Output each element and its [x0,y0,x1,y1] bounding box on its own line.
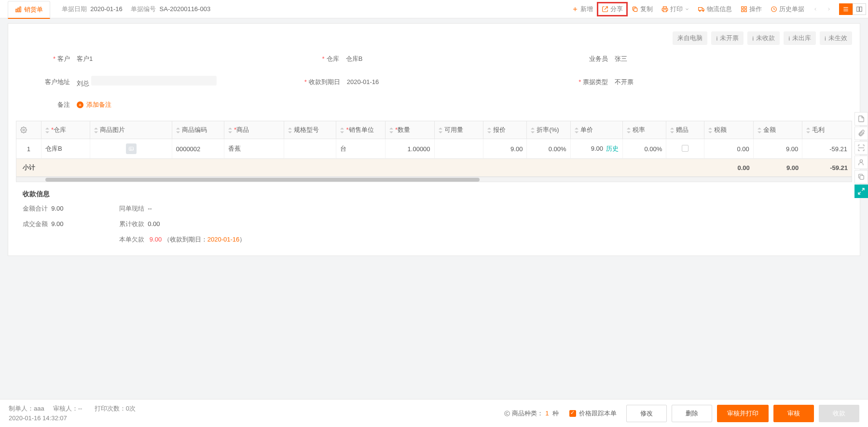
add-remark-button[interactable]: +添加备注 [77,100,111,109]
svg-rect-11 [742,6,744,8]
cell-warehouse[interactable]: 仓库B [41,139,91,159]
cell-spec[interactable] [284,139,336,159]
col-quote[interactable]: 报价 [483,121,527,139]
pill-unshipped: i未出库 [784,31,816,45]
col-product[interactable]: *商品 [224,121,284,139]
info-icon: i [788,35,790,42]
audit-print-button[interactable]: 审核并打印 [717,405,769,422]
topbar: 销货单 单据日期 2020-01-16 单据编号 SA-20200116-003… [0,0,868,18]
cell-image[interactable] [90,139,172,159]
footer-info: 制单人：aaa 审核人：-- 打印次数：0次 2020-01-16 14:32:… [9,404,136,423]
rail-user-button[interactable] [854,156,868,169]
scrollbar-thumb[interactable] [45,178,480,182]
cell-product[interactable]: 香蕉 [224,139,284,159]
image-placeholder-icon [126,143,137,154]
col-gift[interactable]: 赠品 [666,121,704,139]
col-discount[interactable]: 折率(%) [527,121,570,139]
logistics-button[interactable]: 物流信息 [694,3,736,15]
print-label: 打印 [670,5,683,14]
header-form: *客户 客户1 *仓库 仓库B 业务员 张三 客户地址 刘总 *收款到期日 20… [13,51,855,121]
cell-qty[interactable]: 1.00000 [386,139,435,159]
field-remark: 备注 +添加备注 [35,100,295,109]
rail-scan-button[interactable] [854,141,868,155]
deal-label: 成交金额 [23,220,48,228]
copy-button[interactable]: 复制 [628,3,657,15]
price-follow-input[interactable] [569,410,576,417]
horizontal-scrollbar[interactable] [16,177,852,182]
col-warehouse[interactable]: *仓库 [41,121,91,139]
operate-button[interactable]: 操作 [737,3,766,15]
cell-discount[interactable]: 0.00% [527,139,570,159]
new-button[interactable]: 新增 [568,3,597,15]
col-taxrate[interactable]: 税率 [623,121,666,139]
deal-value: 9.00 [51,220,63,228]
footer-bar: 制单人：aaa 审核人：-- 打印次数：0次 2020-01-16 14:32:… [0,399,868,427]
field-customer: *客户 客户1 [35,55,295,63]
duedate-value[interactable]: 2020-01-16 [347,78,379,85]
copy-icon [632,6,638,13]
rail-copy-button[interactable] [854,170,868,184]
col-unit[interactable]: *销售单位 [336,121,386,139]
customer-value[interactable]: 客户1 [77,55,93,63]
svg-rect-13 [742,10,744,12]
cell-price[interactable]: 9.00历史 [571,139,623,159]
price-follow-checkbox[interactable]: 价格跟踪本单 [567,409,617,418]
price-history-link[interactable]: 历史 [606,145,619,152]
delete-button[interactable]: 删除 [672,405,712,422]
col-price[interactable]: 单价 [571,121,623,139]
svg-rect-2 [20,7,21,12]
col-tax[interactable]: 税额 [704,121,754,139]
col-settings[interactable] [16,121,41,139]
audit-button[interactable]: 审核 [773,405,814,422]
pill-inactive: i未生效 [820,31,852,45]
col-profit[interactable]: 毛利 [802,121,852,139]
info-icon: i [752,35,754,42]
col-avail[interactable]: 可用量 [435,121,484,139]
col-code[interactable]: 商品编码 [172,121,224,139]
svg-rect-20 [860,7,862,11]
print-icon [661,6,668,13]
list-view-toggle[interactable] [839,3,853,15]
card-view-toggle[interactable] [853,3,866,15]
svg-point-10 [703,10,703,11]
rail-link-button[interactable] [854,127,868,140]
field-address: 客户地址 刘总 [35,76,295,88]
invoicetype-value[interactable]: 不开票 [615,78,634,86]
warehouse-value[interactable]: 仓库B [346,55,363,63]
share-button[interactable]: 分享 [598,3,627,15]
prev-doc-button[interactable] [809,3,822,15]
col-spec[interactable]: 规格型号 [284,121,336,139]
copy-label: 复制 [640,5,653,14]
modify-button[interactable]: 修改 [626,405,667,422]
pill-source: 来自电脑 [673,31,707,45]
cell-quote[interactable]: 9.00 [483,139,527,159]
svg-rect-8 [699,7,703,10]
next-doc-button[interactable] [823,3,835,15]
col-amount[interactable]: 金额 [754,121,803,139]
address-blurred [91,76,217,85]
rail-expand-button[interactable] [854,185,868,198]
cell-taxrate[interactable]: 0.00% [623,139,666,159]
cell-unit[interactable]: 台 [336,139,386,159]
col-image[interactable]: 商品图片 [90,121,172,139]
pill-uninvoiced: i未开票 [711,31,744,45]
print-button[interactable]: 打印 [658,3,693,15]
scan-icon [857,144,865,152]
table-row[interactable]: 1 仓库B 0000002 香蕉 台 1.00000 9.00 0.00% 9.… [16,139,852,159]
share-icon [602,6,608,13]
cell-gift[interactable] [666,139,704,159]
grid-icon [741,6,747,13]
history-button[interactable]: 历史单据 [767,3,808,15]
subtotal-row: 小计 0.00 9.00 -59.21 [16,159,852,177]
cell-code[interactable]: 0000002 [172,139,224,159]
plus-circle-icon: + [77,101,83,108]
svg-point-21 [23,129,25,131]
gift-checkbox[interactable] [682,145,689,152]
salesman-value[interactable]: 张三 [615,55,627,63]
address-value[interactable]: 刘总 [77,76,217,88]
rail-note-button[interactable] [854,112,868,126]
svg-point-23 [130,148,131,149]
svg-point-9 [699,10,700,11]
active-tab[interactable]: 销货单 [8,1,50,19]
col-qty[interactable]: *数量 [386,121,435,139]
